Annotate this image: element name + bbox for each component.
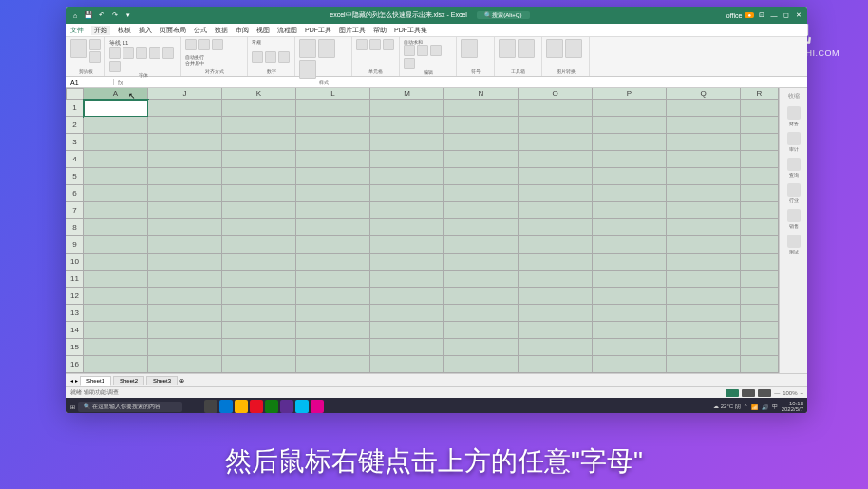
cell[interactable] xyxy=(741,134,779,151)
cell[interactable] xyxy=(519,168,593,185)
cell[interactable] xyxy=(370,100,444,117)
cell[interactable] xyxy=(667,151,741,168)
menu-formula[interactable]: 公式 xyxy=(194,26,207,35)
row-header-3[interactable]: 3 xyxy=(66,134,84,151)
row-header-12[interactable]: 12 xyxy=(66,288,84,305)
cell[interactable] xyxy=(444,185,519,202)
dropdown-icon[interactable]: ▾ xyxy=(123,10,133,20)
cell[interactable] xyxy=(148,185,222,202)
cell[interactable] xyxy=(444,202,519,219)
cell[interactable] xyxy=(84,254,148,271)
cell[interactable] xyxy=(444,356,519,373)
cell[interactable] xyxy=(222,117,296,134)
start-button[interactable]: ⊞ xyxy=(70,404,75,410)
column-header-l[interactable]: L xyxy=(296,88,370,100)
cell[interactable] xyxy=(741,339,779,356)
cell[interactable] xyxy=(222,168,296,185)
cell[interactable] xyxy=(222,305,296,322)
insert-cell-button[interactable] xyxy=(356,39,368,50)
cell[interactable] xyxy=(370,322,444,339)
row-header-1[interactable]: 1 xyxy=(66,100,84,117)
cell[interactable] xyxy=(148,134,222,151)
taskbar-search[interactable]: 🔍 在这里输入你要搜索的内容 xyxy=(78,402,182,412)
cell-style-button[interactable] xyxy=(299,60,316,79)
cell[interactable] xyxy=(667,168,741,185)
cell[interactable] xyxy=(370,236,444,254)
cell[interactable] xyxy=(519,236,593,254)
cell[interactable] xyxy=(84,322,148,339)
cell[interactable] xyxy=(444,288,519,305)
taskview-icon[interactable] xyxy=(204,400,217,413)
cell[interactable] xyxy=(444,219,519,236)
addin-button[interactable] xyxy=(518,39,535,58)
cell[interactable] xyxy=(444,151,519,168)
cell[interactable] xyxy=(593,254,667,271)
align-center-button[interactable] xyxy=(198,39,210,50)
zoom-in-button[interactable]: + xyxy=(800,390,803,396)
menu-picture[interactable]: 图片工具 xyxy=(339,26,366,35)
cell[interactable] xyxy=(370,356,444,373)
border-button[interactable] xyxy=(149,47,160,59)
bold-button[interactable] xyxy=(109,47,121,59)
cell[interactable] xyxy=(148,254,222,271)
cond-format-button[interactable] xyxy=(299,39,316,58)
cell[interactable] xyxy=(667,271,741,288)
cell[interactable] xyxy=(148,219,222,236)
view-break-button[interactable] xyxy=(758,389,771,397)
cell[interactable] xyxy=(667,100,741,117)
row-header-10[interactable]: 10 xyxy=(66,254,84,271)
cell[interactable] xyxy=(667,339,741,356)
select-all-corner[interactable] xyxy=(66,88,84,100)
brush-button[interactable] xyxy=(89,51,101,63)
cell[interactable] xyxy=(667,356,741,373)
cell[interactable] xyxy=(370,219,444,236)
cell[interactable] xyxy=(444,254,519,271)
cell[interactable] xyxy=(593,236,667,254)
menu-home[interactable]: 开始 xyxy=(91,26,110,35)
underline-button[interactable] xyxy=(136,47,147,59)
cell[interactable] xyxy=(296,134,370,151)
cell[interactable] xyxy=(148,236,222,254)
home-icon[interactable]: ⌂ xyxy=(70,10,80,20)
tab-nav-first[interactable]: ◂ xyxy=(70,377,73,384)
cell[interactable] xyxy=(444,236,519,254)
cell[interactable] xyxy=(84,151,148,168)
cell[interactable] xyxy=(222,288,296,305)
cell[interactable] xyxy=(444,322,519,339)
cell[interactable] xyxy=(593,356,667,373)
row-header-13[interactable]: 13 xyxy=(66,305,84,322)
row-header-11[interactable]: 11 xyxy=(66,271,84,288)
cell[interactable] xyxy=(519,356,593,373)
cell[interactable] xyxy=(741,185,779,202)
cell[interactable] xyxy=(444,271,519,288)
close-icon[interactable]: ✕ xyxy=(794,10,803,20)
cell[interactable] xyxy=(148,322,222,339)
cell[interactable] xyxy=(84,305,148,322)
cell[interactable] xyxy=(222,219,296,236)
menu-pdftools[interactable]: PDF工具集 xyxy=(394,26,427,35)
cell[interactable] xyxy=(444,339,519,356)
cell[interactable] xyxy=(519,271,593,288)
cell[interactable] xyxy=(667,219,741,236)
row-header-2[interactable]: 2 xyxy=(66,117,84,134)
cell[interactable] xyxy=(444,305,519,322)
cell[interactable] xyxy=(296,271,370,288)
cell[interactable] xyxy=(593,219,667,236)
cell[interactable] xyxy=(519,117,593,134)
cell[interactable] xyxy=(296,100,370,117)
sidepanel-finance[interactable]: 财务 xyxy=(782,106,805,126)
currency-button[interactable] xyxy=(252,51,263,63)
menu-pdf[interactable]: PDF工具 xyxy=(305,26,331,35)
cell[interactable] xyxy=(667,305,741,322)
cell[interactable] xyxy=(444,100,519,117)
menu-file[interactable]: 文件 xyxy=(70,26,84,35)
cell[interactable] xyxy=(593,168,667,185)
cell[interactable] xyxy=(296,356,370,373)
cell[interactable] xyxy=(296,236,370,254)
cell[interactable] xyxy=(519,305,593,322)
menu-help[interactable]: 帮助 xyxy=(373,26,387,35)
menu-insert[interactable]: 插入 xyxy=(139,26,152,35)
cell[interactable] xyxy=(222,254,296,271)
cell[interactable] xyxy=(296,339,370,356)
cell[interactable] xyxy=(148,117,222,134)
